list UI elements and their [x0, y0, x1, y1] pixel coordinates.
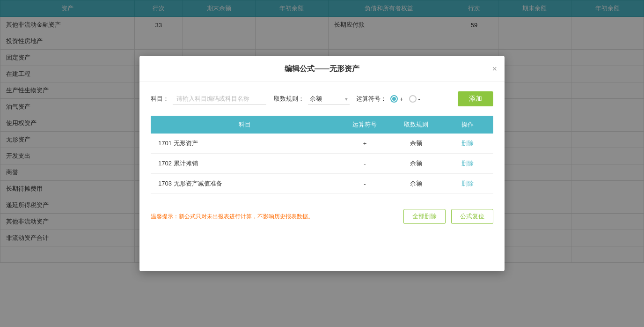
operator-radio-group: + -	[390, 95, 420, 103]
add-button[interactable]: 添加	[458, 91, 493, 106]
formula-table-row: 1702 累计摊销-余额删除	[151, 154, 493, 174]
formula-operator-cell: -	[339, 154, 391, 174]
operator-minus-label: -	[418, 96, 420, 103]
form-row: 科目： 取数规则： 余额 借方 贷方 借方发生额 贷方发生额	[151, 91, 493, 106]
formula-operator-cell: +	[339, 134, 391, 154]
operator-plus-item[interactable]: +	[390, 95, 403, 103]
formula-rule-cell: 余额	[390, 174, 442, 194]
formula-subject-cell: 1702 累计摊销	[151, 154, 339, 174]
formula-reset-button[interactable]: 公式复位	[451, 209, 493, 224]
rule-select-wrap: 余额 借方 贷方 借方发生额 贷方发生额 ▼	[308, 93, 349, 104]
operator-plus-label: +	[400, 96, 403, 103]
col-subject: 科目	[151, 116, 339, 134]
formula-rule-cell: 余额	[390, 154, 442, 174]
footer-buttons: 全部删除 公式复位	[403, 209, 493, 224]
formula-action-cell: 删除	[442, 134, 493, 154]
formula-subject-cell: 1703 无形资产减值准备	[151, 174, 339, 194]
col-operator: 运算符号	[339, 116, 391, 134]
operator-minus-radio[interactable]	[409, 95, 417, 103]
edit-formula-modal: 编辑公式——无形资产 × 科目： 取数规则： 余额	[139, 56, 505, 271]
col-action: 操作	[442, 116, 493, 134]
operator-group: 运算符号： + -	[356, 95, 420, 103]
subject-label: 科目：	[151, 95, 169, 103]
modal-header: 编辑公式——无形资产 ×	[139, 56, 505, 82]
modal-footer: 温馨提示：新公式只对未出报表进行计算，不影响历史报表数据。 全部删除 公式复位	[139, 201, 505, 233]
delete-all-button[interactable]: 全部删除	[403, 209, 446, 224]
subject-input[interactable]	[173, 93, 266, 104]
formula-rule-cell: 余额	[390, 134, 442, 154]
formula-action-cell: 删除	[442, 174, 493, 194]
operator-minus-item[interactable]: -	[409, 95, 420, 103]
formula-table-row: 1703 无形资产减值准备-余额删除	[151, 174, 493, 194]
formula-subject-cell: 1701 无形资产	[151, 134, 339, 154]
formula-action-cell: 删除	[442, 154, 493, 174]
operator-plus-radio[interactable]	[390, 95, 398, 103]
modal-overlay: 编辑公式——无形资产 × 科目： 取数规则： 余额	[0, 0, 644, 327]
background-container: 资产 行次 期末余额 年初余额 负债和所有者权益 行次 期末余额 年初余额 其他…	[0, 0, 644, 327]
formula-operator-cell: -	[339, 174, 391, 194]
formula-table-row: 1701 无形资产+余额删除	[151, 134, 493, 154]
rule-group: 取数规则： 余额 借方 贷方 借方发生额 贷方发生额 ▼	[274, 93, 349, 104]
modal-body: 科目： 取数规则： 余额 借方 贷方 借方发生额 贷方发生额	[139, 82, 505, 201]
hint-text: 温馨提示：新公式只对未出报表进行计算，不影响历史报表数据。	[151, 213, 314, 221]
subject-group: 科目：	[151, 93, 266, 104]
delete-row-link[interactable]: 删除	[461, 180, 474, 187]
formula-table: 科目 运算符号 取数规则 操作 1701 无形资产+余额删除1702 累计摊销-…	[151, 116, 493, 194]
delete-row-link[interactable]: 删除	[461, 140, 474, 147]
modal-title: 编辑公式——无形资产	[285, 65, 359, 73]
modal-close-button[interactable]: ×	[492, 65, 497, 73]
col-rule: 取数规则	[390, 116, 442, 134]
rule-select[interactable]: 余额 借方 贷方 借方发生额 贷方发生额	[308, 93, 350, 104]
operator-label: 运算符号：	[356, 95, 387, 103]
delete-row-link[interactable]: 删除	[461, 160, 474, 167]
rule-label: 取数规则：	[274, 95, 304, 103]
